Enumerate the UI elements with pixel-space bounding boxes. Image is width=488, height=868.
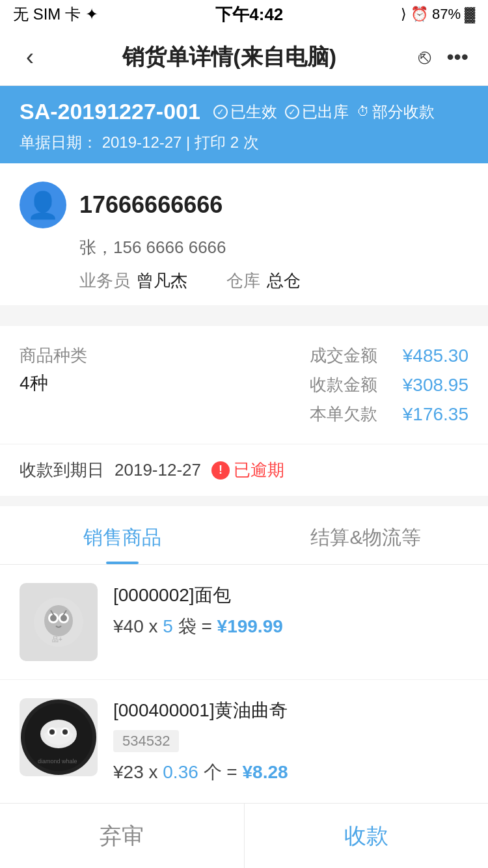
customer-meta: 业务员 曾凡杰 仓库 总仓 xyxy=(20,269,468,292)
product-item-2: diamond whale [000400001]黄油曲奇 534532 ¥23… xyxy=(0,680,488,804)
product-qty-1: 5 xyxy=(163,616,173,636)
divider-1 xyxy=(0,316,488,326)
tab-settlement[interactable]: 结算&物流等 xyxy=(244,506,488,564)
status-bar: 无 SIM 卡 ✦ 下午4:42 ⟩ ⏰ 87% ▓ xyxy=(0,0,488,29)
tab-sales-products[interactable]: 销售商品 xyxy=(0,506,244,564)
svg-point-13 xyxy=(62,729,68,735)
product-price-2: ¥23 x 0.36 个 = ¥8.28 xyxy=(113,760,468,785)
tabs-section: 销售商品 结算&物流等 xyxy=(0,506,488,804)
product-image-2: diamond whale xyxy=(20,698,98,776)
status-delivered: ✓ 已出库 xyxy=(285,102,349,122)
salesman-meta: 业务员 曾凡杰 xyxy=(79,269,187,292)
deal-value: ¥485.30 xyxy=(390,346,468,366)
customer-row: 👤 17666666666 xyxy=(20,182,468,228)
product-total-1: ¥199.99 xyxy=(217,616,283,636)
product-name-1: [0000002]面包 xyxy=(113,583,468,608)
product-name-2: [000400001]黄油曲奇 xyxy=(113,698,468,723)
nav-actions: ⎋ ••• xyxy=(418,45,468,69)
svg-text:品+: 品+ xyxy=(52,636,62,643)
status-right: ⟩ ⏰ 87% ▓ xyxy=(401,6,475,23)
customer-section: 👤 17666666666 张，156 6666 6666 业务员 曾凡杰 仓库… xyxy=(0,163,488,305)
check-icon-delivered: ✓ xyxy=(285,105,299,119)
stats-right: 成交金额 ¥485.30 收款金额 ¥308.95 本单欠款 ¥176.35 xyxy=(310,344,468,426)
stats-section: 商品种类 4种 成交金额 ¥485.30 收款金额 ¥308.95 本单欠款 ¥… xyxy=(0,326,488,444)
battery-level: 87% xyxy=(432,6,461,23)
location-icon: ⟩ xyxy=(401,6,407,23)
type-label: 商品种类 xyxy=(20,344,87,367)
receipt-row: 收款金额 ¥308.95 xyxy=(310,373,468,396)
deal-row: 成交金额 ¥485.30 xyxy=(310,344,468,367)
collect-payment-button[interactable]: 收款 xyxy=(245,804,489,868)
share-icon[interactable]: ⎋ xyxy=(418,45,431,69)
svg-point-1 xyxy=(44,605,73,636)
receipt-value: ¥308.95 xyxy=(390,375,468,396)
status-effective: ✓ 已生效 xyxy=(213,102,277,122)
stats-left: 商品种类 4种 xyxy=(20,344,87,396)
type-count: 4种 xyxy=(20,371,87,396)
due-date-value: 2019-12-27 xyxy=(115,460,201,480)
customer-sub-name: 张，156 6666 6666 xyxy=(20,236,468,259)
due-date-section: 收款到期日 2019-12-27 ! 已逾期 xyxy=(0,444,488,496)
more-icon[interactable]: ••• xyxy=(446,45,468,69)
salesman-value: 曾凡杰 xyxy=(137,269,187,292)
product-price-1: ¥40 x 5 袋 = ¥199.99 xyxy=(113,614,468,639)
cancel-review-button[interactable]: 弃审 xyxy=(0,804,245,868)
customer-id: 17666666666 xyxy=(79,191,223,219)
sim-status: 无 SIM 卡 ✦ xyxy=(13,4,98,25)
deal-label: 成交金额 xyxy=(310,344,377,367)
overdue-icon: ! xyxy=(211,461,230,480)
avatar: 👤 xyxy=(20,182,66,228)
status-left: 无 SIM 卡 ✦ xyxy=(13,4,98,25)
product-list: 品+ [0000002]面包 ¥40 x 5 袋 = ¥199.99 xyxy=(0,565,488,804)
overdue-text: 已逾期 xyxy=(234,459,284,481)
clock-icon: ⏱ xyxy=(357,104,370,119)
page-title: 销货单详情(来自电脑) xyxy=(122,42,336,72)
warehouse-meta: 仓库 总仓 xyxy=(226,269,301,292)
svg-point-12 xyxy=(49,729,55,735)
tabs-row: 销售商品 结算&物流等 xyxy=(0,506,488,565)
nav-bar: ‹ 销货单详情(来自电脑) ⎋ ••• xyxy=(0,29,488,86)
due-date-label: 收款到期日 xyxy=(20,459,104,481)
order-id: SA-20191227-001 xyxy=(20,99,200,124)
back-button[interactable]: ‹ xyxy=(20,37,40,77)
svg-point-4 xyxy=(50,615,57,621)
product-total-2: ¥8.28 xyxy=(242,762,288,782)
user-icon: 👤 xyxy=(27,190,59,221)
salesman-label: 业务员 xyxy=(79,269,130,292)
warehouse-value: 总仓 xyxy=(267,269,301,292)
status-tags: ✓ 已生效 ✓ 已出库 ⏱ 部分收款 xyxy=(213,102,435,122)
battery-icon: ▓ xyxy=(465,6,475,23)
product-info-1: [0000002]面包 ¥40 x 5 袋 = ¥199.99 xyxy=(113,583,468,639)
due-row: 本单欠款 ¥176.35 xyxy=(310,403,468,426)
status-payment: ⏱ 部分收款 xyxy=(357,102,435,122)
order-date: 单据日期： 2019-12-27 | 打印 2 次 xyxy=(20,132,468,153)
check-icon-effective: ✓ xyxy=(213,105,228,119)
product-item: 品+ [0000002]面包 ¥40 x 5 袋 = ¥199.99 xyxy=(0,565,488,680)
due-value: ¥176.35 xyxy=(390,404,468,425)
product-qty-2: 0.36 xyxy=(163,762,198,782)
overdue-badge: ! 已逾期 xyxy=(211,459,284,481)
product-thumb-2: diamond whale xyxy=(20,698,98,776)
alarm-icon: ⏰ xyxy=(411,6,428,23)
thumb-placeholder-1: 品+ xyxy=(20,583,98,661)
due-label: 本单欠款 xyxy=(310,403,377,426)
product-thumb-1: 品+ xyxy=(20,583,98,661)
svg-point-5 xyxy=(61,615,67,621)
bottom-bar: 弃审 收款 xyxy=(0,803,488,868)
order-header-banner: SA-20191227-001 ✓ 已生效 ✓ 已出库 ⏱ 部分收款 单据日期：… xyxy=(0,86,488,163)
product-info-2: [000400001]黄油曲奇 534532 ¥23 x 0.36 个 = ¥8… xyxy=(113,698,468,785)
owl-icon: 品+ xyxy=(33,596,85,648)
receipt-label: 收款金额 xyxy=(310,373,377,396)
svg-text:diamond whale: diamond whale xyxy=(38,758,77,765)
warehouse-label: 仓库 xyxy=(226,269,260,292)
status-time: 下午4:42 xyxy=(215,3,283,26)
product-sku-2: 534532 xyxy=(113,730,179,752)
